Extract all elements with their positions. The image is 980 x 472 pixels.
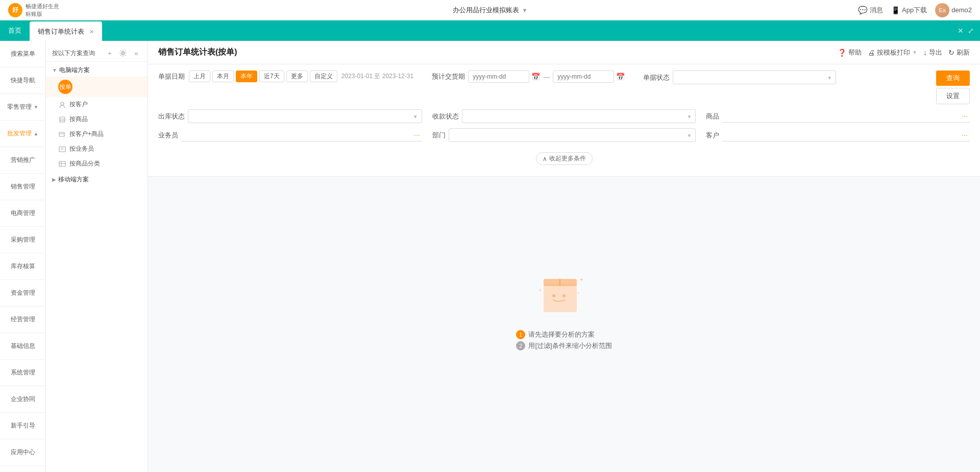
empty-hint-2: 2 用[过滤]条件来缩小分析范围 [516,341,611,350]
sidebar-item-marketing[interactable]: 营销推广 [0,147,45,174]
pc-schemes-section: ▼ 电脑端方案 按单 按客户 [46,64,148,171]
order-status-select[interactable] [673,70,836,84]
scheme-item-by-order[interactable]: 按单 [46,77,148,97]
sidebar-item-system-mgmt[interactable]: 系统管理 [0,360,45,386]
top-bar-right: 💬 消息 📱 App下载 Ea demo2 [858,3,972,17]
scheme-item-by-customer-product[interactable]: 按客户+商品 [46,127,148,141]
top-bar-left: 好 畅捷通好生意 标账版 [8,3,59,17]
empty-hint-1: 1 请先选择要分析的方案 [516,330,611,339]
payment-status-select[interactable] [462,109,696,123]
app-center-label: 应用中心 [11,448,35,457]
sidebar-item-enterprise-wechat[interactable]: 企业微信 [0,466,45,472]
calendar-from-icon[interactable]: 📅 [531,73,540,81]
department-select[interactable] [449,128,696,142]
refresh-btn[interactable]: ↻ 刷新 [948,48,970,57]
retail-chevron-icon: ▼ [34,104,39,110]
delivery-date-to-input[interactable] [553,70,614,83]
pc-schemes-title[interactable]: ▼ 电脑端方案 [46,64,148,77]
sidebar-item-search-menu[interactable]: 搜索菜单 [0,41,45,67]
collapse-more-conditions-btn[interactable]: ∧ 收起更多条件 [536,152,593,165]
date-btn-cur-year[interactable]: 本年 [236,70,257,82]
svg-rect-7 [59,147,65,152]
shipment-status-select[interactable] [188,109,422,123]
by-product-icon [58,115,66,124]
svg-text:✦: ✦ [577,291,580,295]
svg-rect-5 [59,132,64,136]
product-more-btn[interactable]: ··· [960,112,970,120]
svg-rect-10 [59,161,65,167]
message-btn[interactable]: 💬 消息 [858,6,883,15]
filter-settings-btn[interactable]: 设置 [936,88,970,104]
left-panel: 按以下方案查询 + « [46,41,148,472]
sidebar-item-inventory-calc[interactable]: 库存核算 [0,253,45,280]
sidebar-item-sales-mgmt[interactable]: 销售管理 [0,174,45,200]
top-center-dropdown-arrow[interactable]: ▼ [522,7,528,13]
tab-close-window-btn[interactable]: ✕ [958,27,964,35]
mobile-schemes-section: ▶ 移动端方案 [46,173,148,186]
scheme-settings-btn[interactable] [118,48,128,58]
sidebar-item-app-center[interactable]: 应用中心 [0,439,45,466]
logo-text: 畅捷通好生意 标账版 [26,3,59,17]
salesperson-more-btn[interactable]: ··· [412,131,422,139]
scheme-item-by-product-category[interactable]: 按商品分类 [46,156,148,171]
empty-svg: ✦ ✦ ✦ [533,266,595,317]
delivery-date-from: 📅 [468,70,540,83]
scheme-add-btn[interactable]: + [105,48,115,58]
product-label: 商品 [706,112,719,121]
empty-hints: 1 请先选择要分析的方案 2 用[过滤]条件来缩小分析范围 [516,330,611,352]
refresh-icon: ↻ [948,49,954,57]
date-btns: 上月 本月 本年 近7天 更多 自定义 [189,70,337,82]
pc-schemes-arrow: ▼ [52,67,57,73]
purchase-mgmt-label: 采购管理 [11,235,35,244]
svg-text:✦: ✦ [579,277,583,282]
order-status-label: 单据状态 [643,73,670,82]
sidebar-item-wholesale-mgmt[interactable]: 批发管理 ▲ [0,121,45,147]
help-btn[interactable]: ❓ 帮助 [838,48,862,57]
app-download-btn[interactable]: 📱 App下载 [891,6,927,15]
tab-sales-order-stats[interactable]: 销售订单统计表 ✕ [30,21,102,42]
sidebar-item-purchase-mgmt[interactable]: 采购管理 [0,227,45,253]
scheme-item-by-customer[interactable]: 按客户 [46,97,148,112]
top-bar: 好 畅捷通好生意 标账版 办公用品行业模拟账表 ▼ 💬 消息 📱 App下载 E… [0,0,980,20]
delivery-date-from-input[interactable] [468,70,529,83]
svg-rect-2 [60,117,65,122]
customer-more-btn[interactable]: ··· [960,131,970,139]
scheme-collapse-btn[interactable]: « [131,48,141,58]
sidebar-item-retail-mgmt[interactable]: 零售管理 ▼ [0,94,45,121]
wholesale-mgmt-label: 批发管理 [7,129,32,138]
tab-expand-btn[interactable]: ⤢ [968,27,974,35]
by-customer-product-icon [58,130,66,138]
sidebar-item-ecommerce-mgmt[interactable]: 电商管理 [0,200,45,227]
settings-icon [119,50,127,57]
date-btn-more[interactable]: 更多 [286,70,308,82]
scheme-item-by-product[interactable]: 按商品 [46,112,148,127]
print-btn[interactable]: 🖨 按模板打印 ▼ [868,48,917,57]
tab-close-icon[interactable]: ✕ [89,29,94,35]
date-btn-custom[interactable]: 自定义 [310,70,337,82]
mobile-schemes-arrow: ▶ [52,177,56,182]
svg-text:✦: ✦ [538,288,542,293]
user-area[interactable]: Ea demo2 [935,3,972,17]
export-btn[interactable]: ↓ 导出 [923,48,942,57]
scheme-item-by-salesperson[interactable]: 按业务员 [46,141,148,156]
date-btn-cur-month[interactable]: 本月 [212,70,234,82]
svg-point-1 [61,102,64,105]
customer-label: 客户 [706,131,719,140]
system-mgmt-label: 系统管理 [11,368,35,377]
top-center[interactable]: 办公用品行业模拟账表 ▼ [453,6,528,15]
logo-area: 好 畅捷通好生意 标账版 [8,3,59,17]
mobile-schemes-title[interactable]: ▶ 移动端方案 [46,173,148,186]
sidebar-item-operations-mgmt[interactable]: 经营管理 [0,306,45,333]
date-btn-prev-month[interactable]: 上月 [189,70,210,82]
sidebar-item-quick-nav[interactable]: 快捷导航 [0,67,45,94]
sidebar-item-basic-info[interactable]: 基础信息 [0,333,45,360]
calendar-to-icon[interactable]: 📅 [616,73,625,81]
date-btn-last-7days[interactable]: 近7天 [259,70,284,82]
sidebar-item-new-guide[interactable]: 新手引导 [0,413,45,439]
query-btn[interactable]: 查询 [936,70,970,86]
sidebar-item-finance-mgmt[interactable]: 资金管理 [0,280,45,306]
right-content: 销售订单统计表(按单) ❓ 帮助 🖨 按模板打印 ▼ ↓ 导出 [148,41,980,472]
sidebar-item-enterprise-collab[interactable]: 企业协同 [0,386,45,413]
tab-home[interactable]: 首页 [0,20,30,41]
sales-mgmt-label: 销售管理 [11,182,35,191]
